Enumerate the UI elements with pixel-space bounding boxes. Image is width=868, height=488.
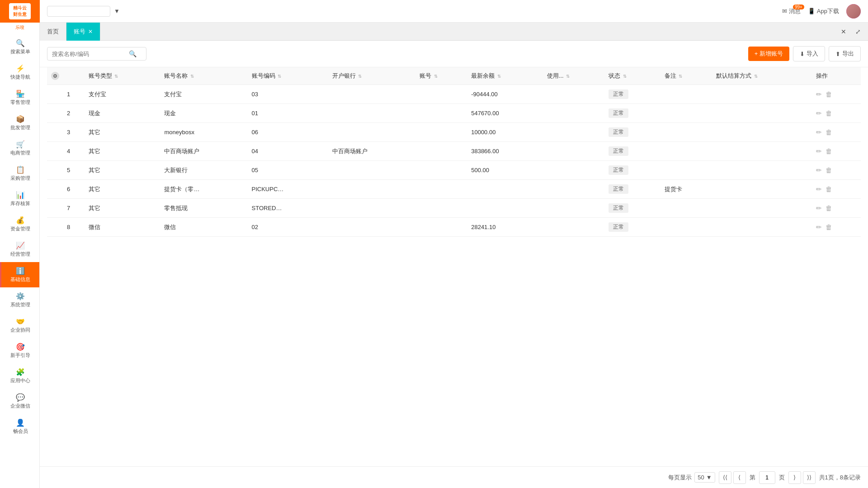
col-account-sort[interactable]: ⇅ [434, 74, 438, 79]
sidebar-item-finance-mgmt[interactable]: 💰 资金管理 [0, 211, 39, 237]
add-account-button[interactable]: + 新增账号 [748, 47, 789, 61]
topbar-dropdown[interactable]: ▼ [114, 8, 120, 14]
cell-name-6: 零售抵现 [160, 199, 248, 218]
tab-home-label: 首页 [47, 28, 59, 36]
sidebar-item-system-mgmt[interactable]: ⚙️ 系统管理 [0, 287, 39, 313]
column-settings-icon[interactable]: ⚙ [51, 72, 59, 80]
cell-seq-7: 8 [63, 218, 85, 237]
sidebar-item-basic-info[interactable]: ℹ️ 基础信息 [0, 262, 39, 287]
search-input[interactable] [52, 51, 129, 57]
sidebar-item-retail-mgmt-label: 零售管理 [10, 99, 30, 106]
sidebar-item-operation-mgmt-label: 经营管理 [10, 251, 30, 258]
col-name-label: 账号名称 [164, 72, 188, 79]
tab-home[interactable]: 首页 [40, 23, 66, 41]
col-status-sort[interactable]: ⇅ [623, 74, 627, 79]
edit-icon-3[interactable]: ✏ [816, 147, 822, 155]
cell-usage-3 [543, 142, 605, 161]
cell-type-2: 其它 [85, 123, 161, 142]
sidebar-item-ecommerce-mgmt[interactable]: 🛒 电商管理 [0, 136, 39, 161]
edit-icon-4[interactable]: ✏ [816, 166, 822, 174]
col-bank: 开户银行 ⇅ [329, 67, 416, 85]
page-next-button[interactable]: ⟩ [788, 471, 801, 484]
cell-code-6: STORED… [248, 199, 329, 218]
sidebar-item-inventory-check[interactable]: 📊 库存核算 [0, 186, 39, 211]
page-last-button[interactable]: ⟩⟩ [803, 471, 816, 484]
edit-icon-2[interactable]: ✏ [816, 128, 822, 136]
col-type-sort[interactable]: ⇅ [114, 74, 118, 79]
edit-icon-0[interactable]: ✏ [816, 90, 822, 99]
delete-icon-2[interactable]: 🗑 [826, 128, 832, 136]
delete-icon-4[interactable]: 🗑 [826, 166, 832, 174]
cell-name-0: 支付宝 [160, 85, 248, 104]
col-bank-sort[interactable]: ⇅ [358, 74, 362, 79]
topbar-search-input[interactable] [51, 8, 96, 14]
cell-default-settlement-2 [712, 123, 812, 142]
cell-code-0: 03 [248, 85, 329, 104]
page-prev-button[interactable]: ⟨ [733, 471, 746, 484]
col-usage-sort[interactable]: ⇅ [566, 74, 570, 79]
user-avatar[interactable] [846, 4, 861, 19]
cell-account-4 [416, 161, 467, 180]
cell-settings-3 [47, 142, 63, 161]
page-size-select[interactable]: 50 ▼ [694, 472, 715, 483]
page-size-info: 每页显示 50 ▼ [668, 472, 715, 483]
cell-code-1: 01 [248, 104, 329, 123]
cell-status-3: 正常 [605, 142, 660, 161]
cell-bank-1 [329, 104, 416, 123]
import-button[interactable]: ⬇ 导入 [793, 46, 825, 61]
sidebar-item-search-order[interactable]: 🔍 搜索菜单 [0, 34, 39, 60]
edit-icon-1[interactable]: ✏ [816, 109, 822, 117]
tab-account-label: 账号 [74, 28, 85, 36]
cell-account-5 [416, 180, 467, 199]
page-input[interactable] [759, 471, 775, 484]
page-first-button[interactable]: ⟨⟨ [719, 471, 731, 484]
topbar-search-box[interactable] [47, 6, 110, 17]
cell-bank-2 [329, 123, 416, 142]
delete-icon-7[interactable]: 🗑 [826, 223, 832, 231]
import-icon: ⬇ [800, 51, 805, 57]
col-seq [63, 67, 85, 85]
sidebar-item-operation-mgmt[interactable]: 📈 经营管理 [0, 237, 39, 262]
sidebar-item-wholesale-mgmt[interactable]: 📦 批发管理 [0, 110, 39, 136]
col-code-sort[interactable]: ⇅ [278, 74, 281, 79]
sidebar-item-system-mgmt-label: 系统管理 [10, 301, 30, 308]
new-guide-icon: 🎯 [16, 343, 25, 351]
delete-icon-1[interactable]: 🗑 [826, 109, 832, 117]
status-badge-4: 正常 [609, 165, 628, 175]
sidebar-item-member[interactable]: 👤 畅会员 [0, 414, 39, 439]
tab-account-close[interactable]: ✕ [88, 28, 93, 35]
content-toolbar: 🔍 + 新增账号 ⬇ 导入 ⬆ 导出 [40, 41, 868, 67]
search-icon[interactable]: 🔍 [129, 50, 137, 57]
sidebar-item-purchase-mgmt[interactable]: 📋 采购管理 [0, 161, 39, 186]
sidebar-item-retail-mgmt[interactable]: 🏪 零售管理 [0, 85, 39, 110]
col-code: 账号编码 ⇅ [248, 67, 329, 85]
tab-account[interactable]: 账号 ✕ [66, 23, 100, 41]
delete-icon-6[interactable]: 🗑 [826, 204, 832, 212]
cell-bank-3: 中百商场账户 [329, 142, 416, 161]
tab-action-expand[interactable]: ⤢ [852, 25, 864, 38]
edit-icon-5[interactable]: ✏ [816, 185, 822, 193]
delete-icon-3[interactable]: 🗑 [826, 147, 832, 155]
topbar-app-download[interactable]: 📱 App下载 [808, 7, 839, 15]
delete-icon-0[interactable]: 🗑 [826, 90, 832, 98]
sidebar-item-enterprise-agreement-label: 企业协同 [10, 327, 30, 333]
search-box[interactable]: 🔍 [47, 47, 146, 61]
edit-icon-6[interactable]: ✏ [816, 204, 822, 212]
sidebar-item-new-guide[interactable]: 🎯 新手引导 [0, 338, 39, 363]
tab-action-close[interactable]: ✕ [837, 25, 850, 38]
col-name-sort[interactable]: ⇅ [190, 74, 194, 79]
sidebar-item-app-center[interactable]: 🧩 应用中心 [0, 363, 39, 389]
topbar-message[interactable]: ✉ 消息 99+ [782, 7, 801, 15]
col-remark-sort[interactable]: ⇅ [679, 74, 682, 79]
sidebar-item-enterprise-wechat[interactable]: 💬 企业微信 [0, 389, 39, 414]
delete-icon-5[interactable]: 🗑 [826, 185, 832, 193]
sidebar-item-enterprise-agreement[interactable]: 🤝 企业协同 [0, 313, 39, 338]
cell-actions-0: ✏ 🗑 [812, 85, 861, 104]
col-balance-sort[interactable]: ⇅ [497, 74, 501, 79]
cell-code-2: 06 [248, 123, 329, 142]
edit-icon-7[interactable]: ✏ [816, 223, 822, 231]
export-button[interactable]: ⬆ 导出 [829, 46, 861, 61]
col-default-settlement-sort[interactable]: ⇅ [754, 74, 758, 79]
sidebar-item-quick-nav[interactable]: ⚡ 快捷导航 [0, 60, 39, 85]
status-badge-5: 正常 [609, 184, 628, 194]
